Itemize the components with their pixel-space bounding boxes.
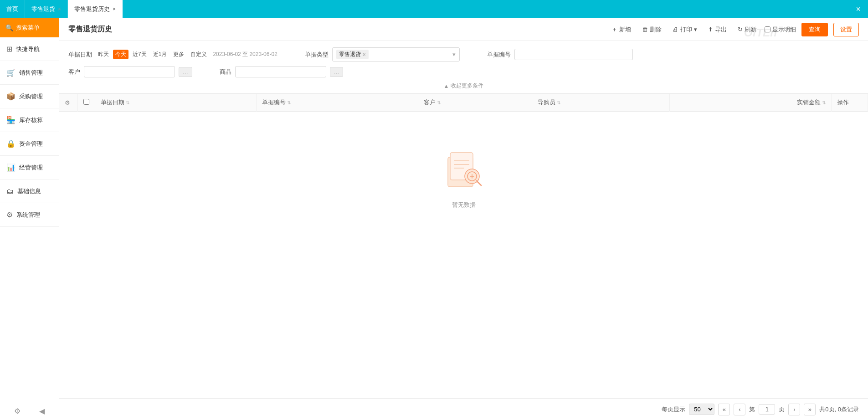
refresh-label: 刷新	[745, 26, 756, 34]
new-icon: ＋	[611, 26, 617, 34]
main-table: ⚙ 单据日期 ⇅ 单据编号	[59, 94, 868, 112]
tab-home-label: 首页	[6, 5, 18, 13]
prev-page-button[interactable]: ‹	[734, 404, 745, 415]
tab-retail-return-history[interactable]: 零售退货历史 ×	[68, 0, 123, 18]
sales-icon: 🛒	[6, 68, 15, 77]
page-number-input[interactable]	[759, 404, 775, 415]
bill-type-chevron-icon: ▾	[452, 51, 456, 58]
sidebar-item-sales-mgmt[interactable]: 🛒 销售管理	[0, 61, 59, 85]
settings-icon[interactable]: ⚙	[65, 99, 70, 106]
header-actions: ＋ 新增 🗑 删除 🖨 打印 ▾ ⬆ 导出 ↻ 刷新	[609, 23, 859, 36]
sidebar-item-inventory[interactable]: 🏪 库存核算	[0, 108, 59, 132]
quick-nav-icon: ⊞	[6, 45, 12, 53]
date-range-text: 2023-06-02 至 2023-06-02	[213, 51, 277, 58]
date-option-more[interactable]: 更多	[171, 50, 186, 59]
display-detail-input[interactable]	[765, 26, 770, 32]
tab-retail-return-close[interactable]: ×	[58, 6, 61, 12]
th-actions: 操作	[832, 94, 868, 112]
page-unit: 页	[779, 405, 785, 414]
th-customer[interactable]: 客户 ⇅	[418, 94, 532, 112]
collapse-label: 收起更多条件	[451, 82, 483, 90]
refresh-icon: ↻	[738, 26, 743, 33]
date-option-custom[interactable]: 自定义	[188, 50, 209, 59]
sidebar-item-finance-label: 资金管理	[19, 140, 43, 148]
th-guide[interactable]: 导购员 ⇅	[532, 94, 669, 112]
print-button[interactable]: 🖨 打印 ▾	[670, 24, 700, 36]
print-label: 打印	[680, 26, 692, 34]
first-page-button[interactable]: «	[718, 404, 730, 415]
select-all-checkbox[interactable]	[83, 99, 89, 105]
tab-retail-return-label: 零售退货	[31, 5, 55, 13]
date-filter: 单据日期 昨天 今天 近7天 近1月 更多 自定义 2023-06-02 至 2…	[68, 50, 277, 59]
next-page-button[interactable]: ›	[788, 404, 800, 415]
query-button[interactable]: 查询	[801, 23, 828, 36]
page-header: 零售退货历史 ＋ 新增 🗑 删除 🖨 打印 ▾ ⬆ 导出	[59, 18, 868, 41]
goods-input[interactable]	[235, 66, 326, 77]
bill-type-tag-close[interactable]: ×	[363, 51, 366, 58]
export-button[interactable]: ⬆ 导出	[705, 24, 729, 36]
page-label: 第	[749, 405, 755, 414]
sidebar-menu: ⊞ 快捷导航 🛒 销售管理 📦 采购管理 🏪 库存核算 🔒 资金管理 📊	[0, 37, 59, 402]
th-settings[interactable]: ⚙	[59, 94, 77, 112]
tab-retail-return-history-close[interactable]: ×	[113, 6, 116, 12]
bill-no-filter: 单据编号	[487, 49, 633, 60]
search-icon: 🔍	[5, 24, 13, 31]
top-bar: 首页 零售退货 × 零售退货历史 × ×	[0, 0, 868, 18]
sidebar-item-finance[interactable]: 🔒 资金管理	[0, 132, 59, 156]
basic-info-icon: 🗂	[6, 187, 14, 195]
bill-no-input[interactable]	[514, 49, 633, 60]
table-container: ⚙ 单据日期 ⇅ 单据编号	[59, 94, 868, 398]
date-option-today[interactable]: 今天	[113, 50, 128, 59]
delete-button[interactable]: 🗑 删除	[639, 24, 664, 36]
th-bill-date[interactable]: 单据日期 ⇅	[95, 94, 257, 112]
sidebar-item-quick-nav[interactable]: ⊞ 快捷导航	[0, 37, 59, 61]
th-customer-label: 客户	[424, 98, 436, 107]
svg-line-6	[477, 181, 481, 185]
collapse-button[interactable]: ▲ 收起更多条件	[444, 82, 484, 90]
tab-retail-return[interactable]: 零售退货 ×	[25, 0, 68, 18]
sidebar-item-purchase-label: 采购管理	[19, 92, 43, 101]
print-chevron-icon: ▾	[694, 26, 697, 33]
table-header-row: ⚙ 单据日期 ⇅ 单据编号	[59, 94, 868, 112]
new-button[interactable]: ＋ 新增	[609, 24, 634, 36]
sidebar-item-operations[interactable]: 📊 经营管理	[0, 156, 59, 179]
empty-icon	[441, 148, 487, 194]
customer-ellipsis-button[interactable]: ...	[179, 67, 192, 77]
tab-retail-return-history-label: 零售退货历史	[74, 5, 110, 13]
date-option-last7[interactable]: 近7天	[130, 50, 149, 59]
export-label: 导出	[715, 26, 727, 34]
table-header: ⚙ 单据日期 ⇅ 单据编号	[59, 94, 868, 112]
sidebar-settings-button[interactable]: ⚙	[14, 407, 21, 415]
sidebar-item-basic-info[interactable]: 🗂 基础信息	[0, 179, 59, 203]
sidebar-item-sales-label: 销售管理	[19, 69, 43, 77]
bill-no-label: 单据编号	[487, 51, 511, 59]
customer-input[interactable]	[84, 66, 175, 77]
last-page-button[interactable]: »	[804, 404, 816, 415]
bill-type-select[interactable]: 零售退货 × ▾	[332, 47, 460, 61]
goods-ellipsis-button[interactable]: ...	[330, 67, 344, 77]
inventory-icon: 🏪	[6, 116, 15, 124]
date-option-last1m[interactable]: 近1月	[151, 50, 169, 59]
sidebar-search-label: 搜索菜单	[16, 24, 40, 32]
refresh-button[interactable]: ↻ 刷新	[735, 24, 759, 36]
display-detail-checkbox[interactable]: 显示明细	[765, 26, 796, 34]
print-icon: 🖨	[673, 26, 678, 33]
page-size-select[interactable]: 50 100 200	[689, 404, 714, 415]
delete-label: 删除	[650, 26, 662, 34]
system-icon: ⚙	[6, 210, 13, 219]
bill-type-tag: 零售退货 ×	[336, 50, 369, 59]
settings-button[interactable]: 设置	[833, 23, 859, 36]
th-bill-no[interactable]: 单据编号 ⇅	[257, 94, 418, 112]
sidebar-search[interactable]: 🔍 搜索菜单	[0, 18, 59, 37]
tab-home[interactable]: 首页	[0, 0, 25, 18]
customer-filter-label: 客户	[68, 68, 80, 76]
th-amount[interactable]: 实销金额 ⇅	[670, 94, 832, 112]
th-bill-date-label: 单据日期	[101, 98, 124, 107]
sidebar-item-system-mgmt[interactable]: ⚙ 系统管理	[0, 203, 59, 227]
top-close-button[interactable]: ×	[856, 5, 861, 14]
new-label: 新增	[619, 26, 631, 34]
sidebar-item-purchase-mgmt[interactable]: 📦 采购管理	[0, 85, 59, 108]
page-size-label: 每页显示	[662, 405, 685, 414]
sidebar-collapse-button[interactable]: ◀	[39, 407, 45, 415]
date-option-yesterday[interactable]: 昨天	[96, 50, 111, 59]
